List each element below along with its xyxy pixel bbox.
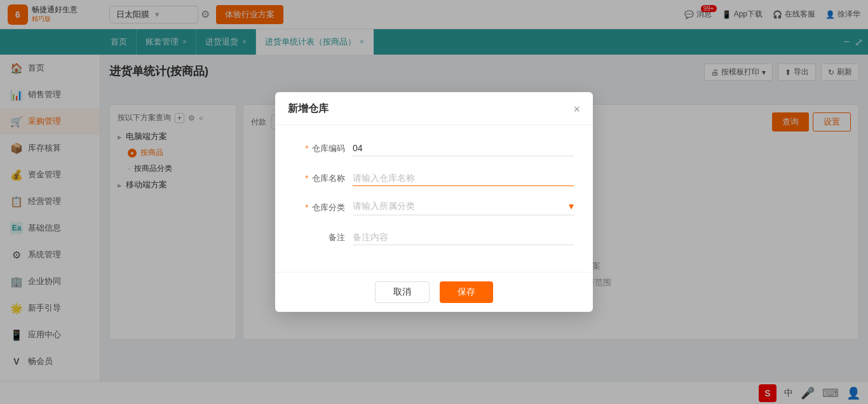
name-label: * 仓库名称 bbox=[294, 173, 345, 184]
category-dropdown-icon: ▾ bbox=[569, 200, 574, 212]
required-star-category: * bbox=[305, 203, 308, 212]
dialog-new-warehouse: 新增仓库 × * 仓库编码 * 仓库名称 bbox=[275, 92, 593, 312]
form-row-category: * 仓库分类 请输入所属分类 ▾ bbox=[294, 200, 574, 215]
modal-overlay: 新增仓库 × * 仓库编码 * 仓库名称 bbox=[0, 0, 868, 404]
note-input[interactable] bbox=[353, 229, 574, 245]
cancel-btn[interactable]: 取消 bbox=[375, 281, 430, 303]
dialog-close-btn[interactable]: × bbox=[573, 104, 580, 115]
category-placeholder: 请输入所属分类 bbox=[353, 201, 415, 212]
required-star-code: * bbox=[305, 144, 308, 153]
dialog-footer: 取消 保存 bbox=[275, 272, 593, 312]
save-btn[interactable]: 保存 bbox=[440, 281, 493, 303]
name-input[interactable] bbox=[353, 170, 574, 186]
code-input[interactable] bbox=[353, 140, 574, 156]
dialog-title: 新增仓库 bbox=[288, 102, 329, 116]
category-label: * 仓库分类 bbox=[294, 202, 345, 213]
required-star-name: * bbox=[305, 173, 308, 183]
code-label: * 仓库编码 bbox=[294, 143, 345, 154]
dialog-header: 新增仓库 × bbox=[275, 92, 593, 125]
form-row-note: 备注 bbox=[294, 229, 574, 245]
form-row-name: * 仓库名称 bbox=[294, 170, 574, 186]
note-label: 备注 bbox=[294, 232, 345, 243]
dialog-body: * 仓库编码 * 仓库名称 * 仓库分类 请输入所属 bbox=[275, 125, 593, 272]
form-row-code: * 仓库编码 bbox=[294, 140, 574, 156]
category-select[interactable]: 请输入所属分类 ▾ bbox=[353, 200, 574, 215]
